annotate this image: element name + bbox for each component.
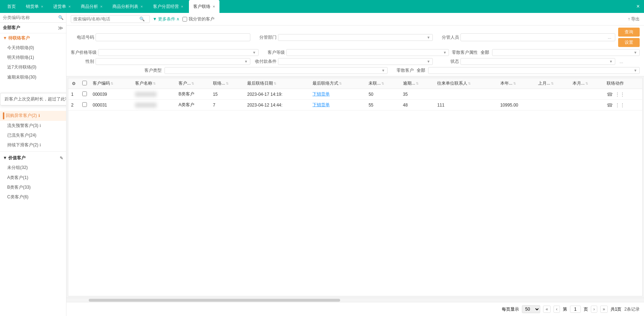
th-name[interactable]: 客户名称 ⇅	[132, 78, 176, 89]
export-btn[interactable]: ↑ 导出	[628, 16, 640, 22]
close-analysis-list-tab[interactable]: ×	[140, 4, 143, 9]
tab-analysis[interactable]: 商品分析 ×	[77, 0, 107, 13]
th-last-month[interactable]: 上月... ⇅	[535, 78, 570, 89]
tab-sales[interactable]: 销货单 ×	[22, 0, 47, 13]
h-scroll-thumb[interactable]	[89, 299, 340, 302]
filter-row-3: 性别 ▼ 收付款条件 ▼ 状态	[71, 58, 640, 65]
th-unit-contacts[interactable]: 往来单位联系人 ⇅	[434, 78, 497, 89]
customer-level-filter: 客户等级 ▼	[261, 49, 449, 56]
sidebar-collapse-btn[interactable]: ≫	[58, 25, 63, 31]
sidebar-class-b[interactable]: B类客户(33)	[0, 183, 66, 192]
customer-type-select[interactable]: ▼	[165, 67, 388, 74]
cell-action: ☎ ⋮⋮	[604, 89, 642, 100]
cell-action: ☎ ⋮⋮	[604, 100, 642, 110]
call-icon[interactable]: ☎	[607, 102, 613, 108]
per-page-select[interactable]: 50 100 200	[522, 305, 540, 313]
sidebar-value-section[interactable]: ▼ 价值客户 ✎	[0, 153, 66, 163]
payment-select[interactable]: ▼	[278, 58, 433, 65]
prev-page-btn[interactable]: ‹	[553, 306, 560, 313]
cell-last-contact-method[interactable]: 下销货单	[310, 100, 366, 110]
table-checkbox-th[interactable]	[79, 78, 90, 89]
th-this-year[interactable]: 本年... ⇅	[497, 78, 535, 89]
sidebar-search-input[interactable]	[3, 15, 57, 20]
last-page-btn[interactable]: »	[600, 306, 608, 313]
horizontal-scrollbar[interactable]	[66, 298, 644, 302]
th-last-contact-date[interactable]: 最后联络日期 ⇅	[244, 78, 310, 89]
cell-no: 1	[68, 89, 79, 100]
select-all-checkbox[interactable]	[82, 81, 87, 85]
tab-customer-contact[interactable]: 客户联络 ×	[189, 0, 219, 13]
sidebar-repurchase-abnormal[interactable]: 回购异常客户(2) ℹ	[0, 111, 66, 121]
th-this-month[interactable]: 本月... ⇅	[570, 78, 604, 89]
manager-select[interactable]: ...	[460, 33, 615, 41]
table-row: 2 000031 ■■■■■■ A类客户 7 2023-04-12 14:44:…	[68, 100, 642, 110]
more-icon[interactable]: ⋮⋮	[615, 102, 625, 108]
th-class[interactable]: 客户... ⇅	[176, 78, 210, 89]
th-uncontacted[interactable]: 未联... ⇅	[366, 78, 400, 89]
sort-lastmonth-icon: ⇅	[551, 82, 554, 85]
close-customer-contact-tab[interactable]: ×	[213, 4, 215, 9]
close-sales-tab[interactable]: ×	[41, 4, 43, 9]
close-analysis-tab[interactable]: ×	[100, 4, 102, 9]
price-level-select[interactable]: ▼	[98, 49, 259, 56]
filter-row-2: 客户价格等级 ▼ 客户等级 ▼ 零散客户属性 全部	[71, 49, 640, 56]
sidebar-class-a[interactable]: A类客户(1)	[0, 173, 66, 183]
retail-attr-chevron: ▼	[634, 51, 637, 55]
sidebar-overdue-pending[interactable]: 逾期未联络(30)	[0, 72, 66, 82]
sidebar-week-pending[interactable]: 近7天待联络(0)	[0, 62, 66, 72]
first-page-btn[interactable]: «	[543, 306, 551, 313]
edit-icon[interactable]: ✎	[60, 156, 63, 161]
page-number-input[interactable]	[570, 306, 581, 313]
my-customers-check[interactable]	[182, 17, 187, 22]
next-page-btn[interactable]: ›	[591, 306, 597, 313]
cell-last-contact-method[interactable]: 下销货单	[310, 89, 366, 100]
status-select[interactable]: ▼	[460, 58, 615, 65]
sidebar-tomorrow-pending[interactable]: 明天待联络(1)	[0, 53, 66, 62]
cell-checkbox[interactable]	[79, 89, 90, 100]
close-all-tabs[interactable]: ×	[635, 2, 641, 11]
search-input[interactable]	[73, 16, 138, 22]
tab-home[interactable]: 首页	[3, 0, 20, 13]
sort-unit-icon: ⇅	[468, 82, 471, 85]
sidebar-already-lost[interactable]: 已流失客户(24)	[0, 131, 66, 140]
retail-attr-select[interactable]: ▼	[492, 49, 640, 56]
th-last-contact-method[interactable]: 最后联络方式 ⇅	[310, 78, 366, 89]
sidebar-declining[interactable]: 持续下滑客户(2) ℹ	[0, 140, 66, 150]
sidebar-unclassified[interactable]: 未分组(32)	[0, 163, 66, 173]
table-area: ⚙ 客户编码 ⇅ 客户名称	[68, 78, 643, 296]
cell-last-contact-date: 2023-04-17 14:19:	[244, 89, 310, 100]
call-icon[interactable]: ☎	[607, 91, 613, 97]
table-settings-th[interactable]: ⚙	[68, 78, 79, 89]
row3-dots[interactable]: ...	[618, 59, 625, 64]
query-btn[interactable]: 查询	[618, 28, 640, 37]
tab-purchase[interactable]: 进货单 ×	[49, 0, 75, 13]
close-purchase-tab[interactable]: ×	[68, 4, 70, 9]
sidebar-class-c[interactable]: C类客户(6)	[0, 192, 66, 202]
customer-level-select[interactable]: ▼	[286, 49, 449, 56]
sidebar-pending-section[interactable]: ▼ 待联络客户	[0, 33, 66, 43]
sidebar-search-wrap: 🔍	[0, 13, 66, 23]
tab-customer-tier[interactable]: 客户分层经营 ×	[149, 0, 187, 13]
sidebar-today-pending[interactable]: 今天待联络(0)	[0, 43, 66, 53]
gender-select[interactable]: ▼	[96, 58, 250, 65]
info-icon2: ℹ	[40, 123, 41, 128]
sort-date-icon: ⇅	[274, 82, 277, 85]
phone-input[interactable]	[96, 33, 250, 41]
search-icon[interactable]: 🔍	[139, 16, 145, 22]
th-code[interactable]: 客户编码 ⇅	[90, 78, 132, 89]
more-icon[interactable]: ⋮⋮	[615, 91, 625, 97]
sidebar-lost-warning[interactable]: 流失预警客户(3) ℹ	[0, 121, 66, 131]
my-customers-checkbox[interactable]: 我分管的客户	[182, 16, 214, 22]
top-nav: 首页 销货单 × 进货单 × 商品分析 × 商品分析列表 × 客户分层经营 × …	[0, 0, 644, 13]
th-overdue[interactable]: 逾期... ⇅	[400, 78, 435, 89]
dept-select[interactable]: ▼	[278, 34, 433, 41]
sidebar-search-icon[interactable]: 🔍	[58, 15, 64, 20]
retail-customer-select[interactable]: ▼	[428, 67, 640, 74]
th-contacts[interactable]: 联络... ⇅	[210, 78, 245, 89]
close-customer-tier-tab[interactable]: ×	[181, 4, 183, 9]
settings-btn[interactable]: 设置	[618, 38, 640, 47]
cell-checkbox[interactable]	[79, 100, 90, 110]
tab-analysis-list[interactable]: 商品分析列表 ×	[108, 0, 147, 13]
more-conditions-btn[interactable]: ▼ 更多条件 ∧	[153, 16, 180, 22]
manager-dots[interactable]: ...	[606, 35, 613, 40]
